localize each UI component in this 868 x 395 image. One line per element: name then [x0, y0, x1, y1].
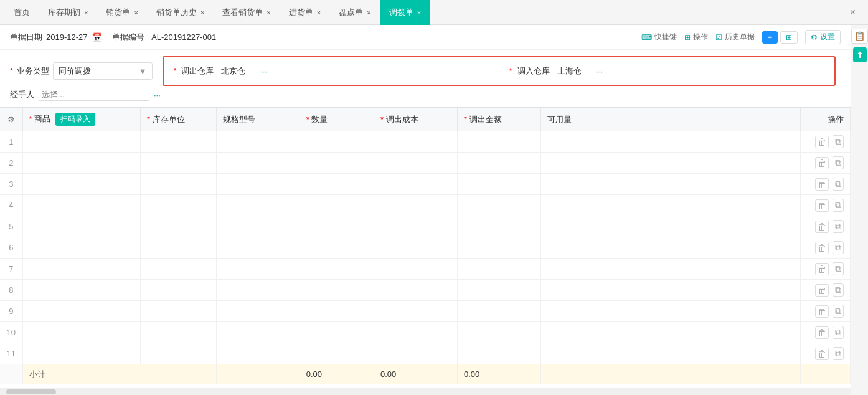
tab-home[interactable]: 首页	[5, 0, 39, 25]
delete-icon[interactable]: 🗑	[815, 221, 829, 233]
table-row: 2 🗑⧉	[0, 153, 851, 174]
table-row: 10 🗑⧉	[0, 322, 851, 343]
tab-transfer[interactable]: 调拨单 ×	[380, 0, 430, 25]
subtotal-amount: 0.00	[457, 364, 540, 384]
data-table: ⚙ * 商品 扫码录入 * 库存单位 规格型号	[0, 108, 851, 384]
tab-sales[interactable]: 销货单 ×	[97, 0, 147, 25]
delete-icon[interactable]: 🗑	[815, 263, 829, 275]
subtotal-qty: 0.00	[300, 364, 374, 384]
scrollbar-thumb[interactable]	[6, 389, 56, 394]
form-area: * 业务类型 同价调拨 ▼ * 调出仓库 北京仓 ···	[0, 50, 851, 88]
copy-icon[interactable]: ⧉	[833, 220, 844, 233]
handler-more-icon[interactable]: ···	[154, 90, 161, 100]
cell-spec[interactable]	[216, 131, 300, 153]
copy-icon[interactable]: ⧉	[833, 135, 844, 148]
table-row: 1 🗑⧉	[0, 131, 851, 153]
cell-unit[interactable]	[141, 131, 217, 153]
tab-view-sales[interactable]: 查看销货单 ×	[214, 0, 280, 25]
handler-input[interactable]	[39, 88, 149, 101]
scan-button[interactable]: 扫码录入	[55, 113, 95, 126]
delete-icon[interactable]: 🗑	[815, 242, 829, 254]
tab-purchase[interactable]: 进货单 ×	[280, 0, 330, 25]
copy-icon[interactable]: ⧉	[833, 241, 844, 254]
doc-date-field: 单据日期 2019-12-27 📅	[10, 32, 102, 43]
tab-close-icon[interactable]: ×	[200, 9, 204, 16]
cell-qty[interactable]	[300, 131, 374, 153]
toolbar-right: ⌨ 快捷键 ⊞ 操作 ☑ 历史单据 ≡ ⊞ ⚙ 设置	[641, 30, 841, 44]
horizontal-scrollbar[interactable]	[0, 388, 851, 395]
tab-close-icon[interactable]: ×	[417, 9, 421, 16]
cell-available[interactable]	[540, 131, 615, 153]
delete-icon[interactable]: 🗑	[815, 326, 829, 339]
col-qty: * 数量	[300, 108, 374, 131]
copy-icon[interactable]: ⧉	[833, 326, 844, 339]
history-button[interactable]: ☑ 历史单据	[715, 32, 755, 42]
table-row: 7 🗑⧉	[0, 259, 851, 280]
tab-close-icon[interactable]: ×	[267, 9, 270, 16]
table-settings-col[interactable]: ⚙	[0, 108, 22, 131]
gear-icon: ⚙	[7, 115, 15, 124]
handler-label: 经手人	[10, 89, 34, 100]
toolbar: 单据日期 2019-12-27 📅 单据编号 AL-20191227-001 ⌨…	[0, 25, 851, 50]
delete-icon[interactable]: 🗑	[815, 178, 829, 191]
handler-row: 经手人 ···	[0, 88, 851, 107]
subtotal-row: 小计 0.00 0.00 0.00	[0, 364, 851, 384]
col-empty-space	[615, 108, 801, 131]
delete-icon[interactable]: 🗑	[815, 284, 829, 297]
copy-icon[interactable]: ⧉	[833, 347, 844, 360]
in-wh-dots[interactable]: ···	[597, 67, 603, 76]
dropdown-arrow-icon: ▼	[139, 67, 147, 76]
in-wh-value: 上海仓	[557, 65, 582, 77]
warehouse-divider	[499, 64, 499, 79]
cell-product[interactable]	[22, 131, 141, 153]
cell-amount[interactable]	[457, 131, 540, 153]
tab-close-icon[interactable]: ×	[134, 9, 138, 16]
main-content: 单据日期 2019-12-27 📅 单据编号 AL-20191227-001 ⌨…	[0, 25, 868, 395]
out-wh-dots[interactable]: ···	[260, 67, 267, 76]
subtotal-label: 小计	[22, 364, 216, 384]
copy-icon[interactable]: ⧉	[833, 199, 844, 212]
tab-bar: 首页 库存期初 × 销货单 × 销货单历史 × 查看销货单 × 进货单 × 盘点…	[0, 0, 868, 25]
in-wh-label: 调入仓库	[517, 65, 550, 77]
delete-icon[interactable]: 🗑	[815, 348, 829, 360]
delete-icon[interactable]: 🗑	[815, 199, 829, 212]
settings-button[interactable]: ⚙ 设置	[805, 30, 841, 44]
tab-close-icon[interactable]: ×	[317, 9, 321, 16]
copy-icon[interactable]: ⧉	[833, 156, 844, 169]
tab-sales-history[interactable]: 销货单历史 ×	[148, 0, 214, 25]
delete-icon[interactable]: 🗑	[815, 136, 829, 148]
table-row: 9 🗑⧉	[0, 301, 851, 322]
copy-icon[interactable]: ⧉	[833, 283, 844, 297]
in-wh-star: *	[509, 67, 512, 75]
history-icon: ☑	[715, 33, 722, 42]
table-row: 6 🗑⧉	[0, 237, 851, 259]
tab-stocktake[interactable]: 盘点单 ×	[330, 0, 380, 25]
operate-icon: ⊞	[684, 33, 691, 42]
copy-icon[interactable]: ⧉	[833, 178, 844, 191]
row-num: 1	[0, 131, 22, 153]
out-warehouse-field: * 调出仓库 北京仓 ···	[174, 65, 489, 77]
settings-icon: ⚙	[811, 33, 818, 42]
biz-type-select[interactable]: 同价调拨 ▼	[53, 62, 153, 80]
subtotal-cost: 0.00	[374, 364, 457, 384]
copy-icon[interactable]: ⧉	[833, 262, 844, 275]
toolbar-left: 单据日期 2019-12-27 📅 单据编号 AL-20191227-001	[10, 32, 216, 43]
grid-view-button[interactable]: ⊞	[780, 31, 798, 44]
cell-cost[interactable]	[374, 131, 457, 153]
shortcut-button[interactable]: ⌨ 快捷键	[641, 32, 677, 42]
delete-icon[interactable]: 🗑	[815, 305, 829, 318]
sidebar-export-icon[interactable]: ⬆	[853, 47, 867, 62]
operate-button[interactable]: ⊞ 操作	[684, 32, 708, 42]
tab-close-icon[interactable]: ×	[84, 9, 88, 16]
biz-type-field: * 业务类型 同价调拨 ▼	[10, 62, 153, 80]
tab-inventory-init[interactable]: 库存期初 ×	[39, 0, 97, 25]
tab-close-icon[interactable]: ×	[367, 9, 370, 16]
doc-no-label: 单据编号	[112, 32, 144, 42]
delete-icon[interactable]: 🗑	[815, 157, 829, 169]
calendar-icon[interactable]: 📅	[92, 32, 102, 42]
copy-icon[interactable]: ⧉	[833, 305, 844, 318]
list-view-button[interactable]: ≡	[762, 31, 778, 44]
col-amount: * 调出金额	[457, 108, 540, 131]
sidebar-list-icon[interactable]: 📋	[851, 29, 868, 44]
window-close-button[interactable]: ×	[842, 7, 863, 18]
